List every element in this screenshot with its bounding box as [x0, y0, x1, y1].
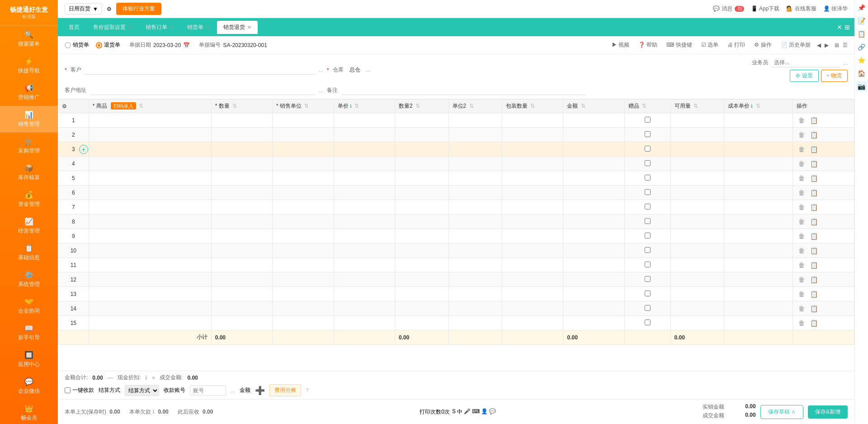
gift-checkbox-15[interactable]: [645, 319, 651, 325]
row-copy-11[interactable]: 📋: [808, 261, 820, 270]
account-input[interactable]: [190, 386, 226, 395]
warehouse-dots[interactable]: ...: [366, 67, 371, 73]
row-gift-9[interactable]: [624, 229, 670, 243]
row-pack-15[interactable]: [502, 316, 563, 330]
gift-checkbox-7[interactable]: [645, 204, 651, 210]
row-product-12[interactable]: [89, 272, 211, 287]
row-gift-1[interactable]: [624, 113, 670, 128]
select-btn[interactable]: ☑ 选单: [698, 40, 721, 50]
row-unit2-14[interactable]: [448, 301, 502, 316]
right-panel-icon-1[interactable]: 📌: [856, 2, 867, 13]
user-avatar[interactable]: 👤 徐泽华: [823, 5, 848, 13]
close-tab-icon[interactable]: ✕: [837, 24, 842, 31]
row-pack-13[interactable]: [502, 287, 563, 301]
shortcut-btn[interactable]: ⌨ 快捷键: [664, 40, 694, 50]
save-draft-btn[interactable]: 保存草稿 ∧: [760, 405, 803, 419]
row-amount-3[interactable]: [563, 142, 624, 157]
row-qty-4[interactable]: [211, 157, 272, 171]
row-pack-5[interactable]: [502, 171, 563, 186]
print-btn[interactable]: 🖨 打印: [725, 40, 748, 50]
row-qty2-8[interactable]: [395, 214, 449, 229]
row-price-3[interactable]: [334, 142, 395, 157]
row-qty2-11[interactable]: [395, 258, 449, 272]
row-price-14[interactable]: [334, 301, 395, 316]
right-panel-icon-6[interactable]: 🏠: [856, 68, 867, 79]
row-avail-5[interactable]: [670, 171, 724, 186]
row-delete-3[interactable]: 🗑: [797, 145, 807, 154]
gift-checkbox-6[interactable]: [645, 189, 651, 195]
row-copy-2[interactable]: 📋: [808, 130, 820, 139]
gear-header-icon[interactable]: ⚙: [62, 103, 67, 110]
row-unit2-12[interactable]: [448, 272, 502, 287]
sidebar-item-inventory[interactable]: 📦 库存核算: [0, 159, 58, 186]
row-amount-1[interactable]: [563, 113, 624, 128]
row-pack-6[interactable]: [502, 186, 563, 200]
nav-prev-icon[interactable]: ◀: [817, 42, 821, 48]
row-copy-12[interactable]: 📋: [808, 275, 820, 284]
row-gift-2[interactable]: [624, 128, 670, 142]
row-qty2-10[interactable]: [395, 243, 449, 258]
row-product-7[interactable]: [89, 200, 211, 214]
category-select[interactable]: 日用百货 ▼: [65, 3, 102, 14]
row-unit-5[interactable]: [273, 171, 334, 186]
row-unit-1[interactable]: [273, 113, 334, 128]
row-price-12[interactable]: [334, 272, 395, 287]
row-amount-12[interactable]: [563, 272, 624, 287]
row-gift-15[interactable]: [624, 316, 670, 330]
sidebar-item-search[interactable]: 🔍 搜索菜单: [0, 26, 58, 52]
row-product-13[interactable]: [89, 287, 211, 301]
row-delete-8[interactable]: 🗑: [797, 217, 807, 226]
row-product-11[interactable]: [89, 258, 211, 272]
tab-home[interactable]: 首页: [62, 21, 86, 34]
row-pack-14[interactable]: [502, 301, 563, 316]
row-product-2[interactable]: [89, 128, 211, 142]
row-avail-13[interactable]: [670, 287, 724, 301]
row-copy-8[interactable]: 📋: [808, 217, 820, 226]
row-cost-10[interactable]: [724, 243, 793, 258]
address-dots[interactable]: ...: [319, 87, 323, 94]
row-gift-3[interactable]: [624, 142, 670, 157]
row-pack-4[interactable]: [502, 157, 563, 171]
row-pack-3[interactable]: [502, 142, 563, 157]
right-panel-icon-7[interactable]: 📷: [856, 81, 867, 92]
row-qty-6[interactable]: [211, 186, 272, 200]
sidebar-item-purchase[interactable]: 🛒 采购管理: [0, 133, 58, 159]
row-gift-11[interactable]: [624, 258, 670, 272]
row-product-1[interactable]: [89, 113, 211, 128]
row-unit-11[interactable]: [273, 258, 334, 272]
row-price-9[interactable]: [334, 229, 395, 243]
row-gift-4[interactable]: [624, 157, 670, 171]
amount-sort-icon[interactable]: ⇅: [581, 103, 585, 109]
row-unit-6[interactable]: [273, 186, 334, 200]
row-unit-10[interactable]: [273, 243, 334, 258]
pack-sort-icon[interactable]: ⇅: [530, 103, 535, 109]
row-copy-3[interactable]: 📋: [808, 145, 820, 154]
row-cost-12[interactable]: [724, 272, 793, 287]
row-price-8[interactable]: [334, 214, 395, 229]
split-btn[interactable]: 费用分摊: [269, 384, 301, 396]
row-qty2-1[interactable]: [395, 113, 449, 128]
row-product-10[interactable]: [89, 243, 211, 258]
row-delete-4[interactable]: 🗑: [797, 159, 807, 168]
row-cost-11[interactable]: [724, 258, 793, 272]
row-delete-11[interactable]: 🗑: [797, 261, 807, 270]
row-copy-15[interactable]: 📋: [808, 319, 820, 328]
row-qty2-6[interactable]: [395, 186, 449, 200]
grid-view-icon[interactable]: ⊞: [835, 42, 839, 48]
row-unit-14[interactable]: [273, 301, 334, 316]
row-pack-12[interactable]: [502, 272, 563, 287]
tab-sales-order-close[interactable]: ✕: [170, 24, 174, 30]
row-pack-10[interactable]: [502, 243, 563, 258]
gift-checkbox-11[interactable]: [645, 262, 651, 267]
help-btn[interactable]: ❓ 帮助: [636, 40, 660, 50]
row-qty2-9[interactable]: [395, 229, 449, 243]
row-copy-9[interactable]: 📋: [808, 232, 820, 241]
row-qty-15[interactable]: [211, 316, 272, 330]
sidebar-item-member[interactable]: 👑 畅会员: [0, 400, 58, 424]
add-row-btn[interactable]: +: [79, 145, 88, 154]
unit2-sort-icon[interactable]: ⇅: [469, 103, 474, 109]
sidebar-item-shortcut[interactable]: ⚡ 快捷导航: [0, 52, 58, 79]
tab-price-extract[interactable]: 售价提取设置 ✕: [87, 21, 138, 34]
row-price-15[interactable]: [334, 316, 395, 330]
gift-checkbox-10[interactable]: [645, 247, 651, 253]
